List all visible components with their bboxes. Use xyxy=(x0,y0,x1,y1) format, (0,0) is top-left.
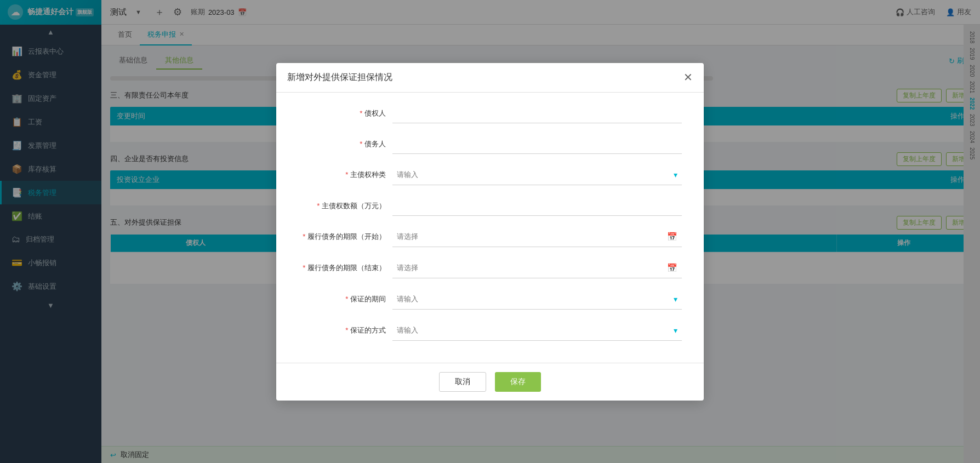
field-periodend-input[interactable] xyxy=(392,258,663,278)
modal-dialog: 新增对外提供保证担保情况 ✕ * 债权人 * 债务人 xyxy=(276,63,704,401)
field-guaranteemethod-row: * 保证的方式 ▾ xyxy=(298,321,682,341)
field-periodstart-input[interactable] xyxy=(392,227,663,247)
debttype-chevron-icon[interactable]: ▾ xyxy=(669,170,682,179)
field-guaranteemethod-input[interactable] xyxy=(392,321,669,340)
field-debtor-input[interactable] xyxy=(392,134,682,154)
guaranteeperiod-chevron-icon[interactable]: ▾ xyxy=(669,295,682,304)
field-periodstart-wrapper: 📅 xyxy=(392,227,682,247)
field-obligee-input[interactable] xyxy=(392,104,682,123)
field-debtor-row: * 债务人 xyxy=(298,134,682,154)
field-debttype-label: * 主债权种类 xyxy=(298,170,386,180)
field-periodend-label: * 履行债务的期限（结束） xyxy=(298,263,386,273)
field-debtamount-row: * 主债权数额（万元） xyxy=(298,196,682,216)
periodstart-calendar-icon[interactable]: 📅 xyxy=(663,232,682,242)
field-periodstart-label: * 履行债务的期限（开始） xyxy=(298,232,386,242)
field-debtor-label: * 债务人 xyxy=(298,139,386,149)
field-guaranteemethod-wrapper: ▾ xyxy=(392,321,682,341)
modal-header: 新增对外提供保证担保情况 ✕ xyxy=(276,63,704,93)
modal-overlay[interactable]: 新增对外提供保证担保情况 ✕ * 债权人 * 债务人 xyxy=(0,0,980,463)
guaranteemethod-chevron-icon[interactable]: ▾ xyxy=(669,326,682,335)
field-periodend-wrapper: 📅 xyxy=(392,258,682,278)
field-debttype-wrapper: ▾ xyxy=(392,165,682,185)
field-guaranteeperiod-wrapper: ▾ xyxy=(392,289,682,310)
save-button[interactable]: 保存 xyxy=(495,372,541,392)
field-debttype-row: * 主债权种类 ▾ xyxy=(298,165,682,185)
modal-footer: 取消 保存 xyxy=(276,363,704,401)
field-guaranteeperiod-row: * 保证的期间 ▾ xyxy=(298,289,682,310)
field-debttype-input[interactable] xyxy=(392,165,669,185)
field-debtamount-label: * 主债权数额（万元） xyxy=(298,201,386,211)
field-debtamount-input[interactable] xyxy=(392,196,682,216)
field-obligee-label: * 债权人 xyxy=(298,108,386,118)
modal-body: * 债权人 * 债务人 * 主债权种类 xyxy=(276,93,704,363)
field-guaranteemethod-label: * 保证的方式 xyxy=(298,325,386,335)
modal-title: 新增对外提供保证担保情况 xyxy=(287,72,392,83)
field-periodend-row: * 履行债务的期限（结束） 📅 xyxy=(298,258,682,278)
field-guaranteeperiod-input[interactable] xyxy=(392,289,669,309)
modal-close-button[interactable]: ✕ xyxy=(683,72,693,83)
field-guaranteeperiod-label: * 保证的期间 xyxy=(298,294,386,304)
periodend-calendar-icon[interactable]: 📅 xyxy=(663,263,682,273)
cancel-button[interactable]: 取消 xyxy=(439,372,486,392)
field-obligee-row: * 债权人 xyxy=(298,104,682,123)
field-periodstart-row: * 履行债务的期限（开始） 📅 xyxy=(298,227,682,247)
